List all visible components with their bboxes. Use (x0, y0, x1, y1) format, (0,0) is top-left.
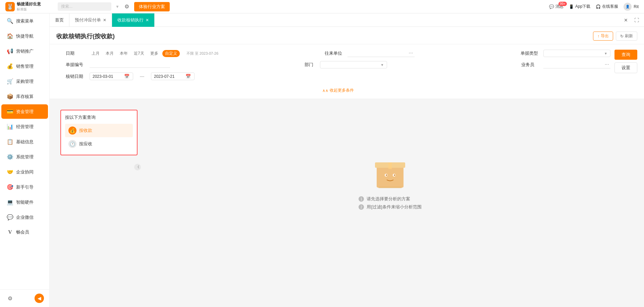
tabs-actions: ✕ ⛶ (621, 15, 644, 25)
sidebar-item-label: 营销推广 (16, 48, 34, 54)
page-header: 收款核销执行(按收款) ↑ 导出 ↻ 刷新 (50, 27, 644, 44)
sidebar-item-member[interactable]: V 畅会员 (1, 225, 48, 239)
query-option-by-receivable[interactable]: 🕐 按应收 (65, 137, 133, 151)
verify-date-from-input[interactable] (93, 74, 123, 79)
sidebar-item-label: 企业微信 (16, 214, 34, 220)
industry-btn[interactable]: 体验行业方案 (134, 2, 170, 11)
date-this-year[interactable]: 本年 (118, 50, 130, 57)
online-service-label: 在线客服 (602, 4, 618, 9)
app-download-label: App下载 (575, 4, 590, 9)
user-name: Rit (634, 4, 639, 9)
department-input[interactable] (323, 62, 381, 67)
tab-prepay[interactable]: 预付冲应付单 ✕ (69, 13, 112, 27)
doc-no-input[interactable] (90, 62, 170, 67)
tab-receipt-offset-close[interactable]: ✕ (146, 18, 149, 22)
system-icon: ⚙️ (7, 154, 13, 160)
date-custom[interactable]: 自定义 (162, 50, 180, 57)
user-avatar-icon: 👤 (626, 5, 630, 8)
message-btn[interactable]: 💬 消息 99+ (549, 4, 564, 9)
online-service-btn[interactable]: 🎧 在线客服 (596, 4, 618, 9)
verify-date-to-input[interactable] (154, 74, 184, 79)
export-label: 导出 (601, 33, 609, 39)
panel-collapse-icon[interactable]: 《 (134, 164, 141, 170)
export-btn[interactable]: ↑ 导出 (593, 32, 613, 41)
main-layout: 🔍 搜索菜单 🏠 快捷导航 📢 营销推广 💰 销售管理 🛒 采购管理 📦 库存核… (0, 13, 644, 307)
settings-btn[interactable]: 设置 (614, 62, 637, 73)
sidebar-collapse-btn[interactable]: ◀ (35, 294, 44, 303)
tab-prepay-label: 预付冲应付单 (75, 17, 101, 23)
collapse-chevron-icon: ∧∧ (322, 88, 328, 93)
page-header-actions: ↑ 导出 ↻ 刷新 (593, 32, 637, 41)
export-icon: ↑ (597, 34, 599, 39)
content-area: 首页 预付冲应付单 ✕ 收款核销执行 ✕ ✕ ⛶ 收款核销执行(按收款) (50, 13, 644, 307)
staff-input[interactable] (543, 62, 603, 67)
sidebar-item-basic-info[interactable]: 📋 基础信息 (1, 135, 48, 149)
tabs-bar: 首页 预付冲应付单 ✕ 收款核销执行 ✕ ✕ ⛶ (50, 13, 644, 27)
staff-more-icon[interactable]: ··· (603, 61, 610, 67)
sidebar-item-label: 搜索菜单 (16, 18, 34, 24)
date-this-month[interactable]: 本月 (104, 50, 116, 57)
empty-tip-1: 1 请先选择要分析的方案 (359, 196, 421, 202)
sidebar-item-purchase[interactable]: 🛒 采购管理 (1, 74, 48, 89)
refresh-btn[interactable]: ↻ 刷新 (616, 32, 637, 41)
tab-receipt-offset[interactable]: 收款核销执行 ✕ (112, 13, 155, 27)
sidebar-item-sales[interactable]: 💰 销售管理 (1, 59, 48, 73)
doc-type-label: 单据类型 (521, 50, 538, 56)
sidebar-item-finance[interactable]: 💳 资金管理 (1, 104, 48, 119)
tip2-num: 2 (359, 204, 364, 210)
verify-date-from-icon[interactable]: 📅 (124, 74, 129, 79)
logo-title: 畅捷通好生意 (17, 1, 41, 7)
inventory-icon: 📦 (7, 93, 13, 100)
sidebar-bottom: ⚙ ◀ (0, 289, 49, 307)
body-wrap: 按以下方案查询 💰 按收款 🕐 按应收 《 (50, 99, 644, 267)
sidebar-item-marketing[interactable]: 📢 营销推广 (1, 44, 48, 58)
collapse-label: 收起更多条件 (330, 88, 354, 93)
sidebar-item-quick-nav[interactable]: 🏠 快捷导航 (1, 29, 48, 43)
user-area[interactable]: 👤 Rit (624, 3, 639, 11)
counterpart-label: 往来单位 (325, 50, 342, 56)
verify-date-to-icon[interactable]: 📅 (185, 74, 191, 79)
sidebar-item-guide[interactable]: 🎯 新手引导 (1, 180, 48, 194)
tab-home[interactable]: 首页 (50, 13, 69, 27)
sidebar-item-label: 销售管理 (16, 63, 34, 69)
settings-bottom-icon[interactable]: ⚙ (5, 294, 15, 303)
hardware-icon: 💻 (7, 199, 13, 205)
top-header: 🐰 畅捷通好生意 标准版 搜索... ▼ ⚙ 体验行业方案 💬 消息 99+ 📱… (0, 0, 644, 13)
close-tab-btn[interactable]: ✕ (621, 15, 631, 25)
department-dropdown-icon: ▼ (381, 63, 384, 67)
sales-icon: 💰 (7, 63, 13, 69)
query-action-area: 查询 设置 (614, 50, 637, 73)
collapse-more-btn[interactable]: ∧∧ 收起更多条件 (320, 86, 356, 95)
app-download-btn[interactable]: 📱 App下载 (569, 4, 590, 9)
sidebar-item-search-menu[interactable]: 🔍 搜索菜单 (1, 14, 48, 28)
expand-tab-btn[interactable]: ⛶ (632, 15, 641, 25)
sidebar-item-label: 快捷导航 (16, 33, 34, 39)
tab-prepay-close[interactable]: ✕ (103, 18, 106, 22)
date-last-7-days[interactable]: 近7天 (132, 50, 146, 57)
sidebar-item-wechat[interactable]: 💬 企业微信 (1, 210, 48, 224)
data-area: 1 请先选择要分析的方案 2 用[过滤]条件来缩小分析范围 (142, 104, 639, 261)
doc-type-input[interactable] (546, 51, 604, 56)
refresh-label: 刷新 (625, 33, 633, 39)
date-last-month[interactable]: 上月 (90, 50, 102, 57)
header-right: 💬 消息 99+ 📱 App下载 🎧 在线客服 👤 Rit (549, 3, 639, 11)
sidebar-item-label: 采购管理 (16, 79, 34, 85)
sidebar-item-hardware[interactable]: 💻 智能硬件 (1, 195, 48, 209)
empty-state-svg (370, 156, 410, 189)
logo-area: 🐰 畅捷通好生意 标准版 (5, 1, 55, 12)
settings-gear-icon[interactable]: ⚙ (122, 2, 131, 11)
query-btn[interactable]: 查询 (614, 50, 637, 60)
sidebar-item-enterprise[interactable]: 🤝 企业协同 (1, 165, 48, 179)
left-panel-container: 按以下方案查询 💰 按收款 🕐 按应收 《 (55, 104, 138, 261)
by-receivable-label: 按应收 (79, 141, 92, 147)
sidebar-item-inventory[interactable]: 📦 库存核算 (1, 89, 48, 104)
counterpart-input[interactable] (347, 51, 408, 55)
sidebar-item-operation[interactable]: 📊 经营管理 (1, 119, 48, 134)
counterpart-more-icon[interactable]: ··· (407, 50, 414, 56)
sidebar-item-system[interactable]: ⚙️ 系统管理 (1, 150, 48, 164)
date-more[interactable]: 更多 (148, 50, 160, 57)
enterprise-icon: 🤝 (7, 169, 13, 175)
collapse-row: ∧∧ 收起更多条件 (66, 84, 610, 95)
header-search-box: 搜索... (58, 2, 111, 11)
query-option-by-receipt[interactable]: 💰 按收款 (65, 124, 133, 137)
